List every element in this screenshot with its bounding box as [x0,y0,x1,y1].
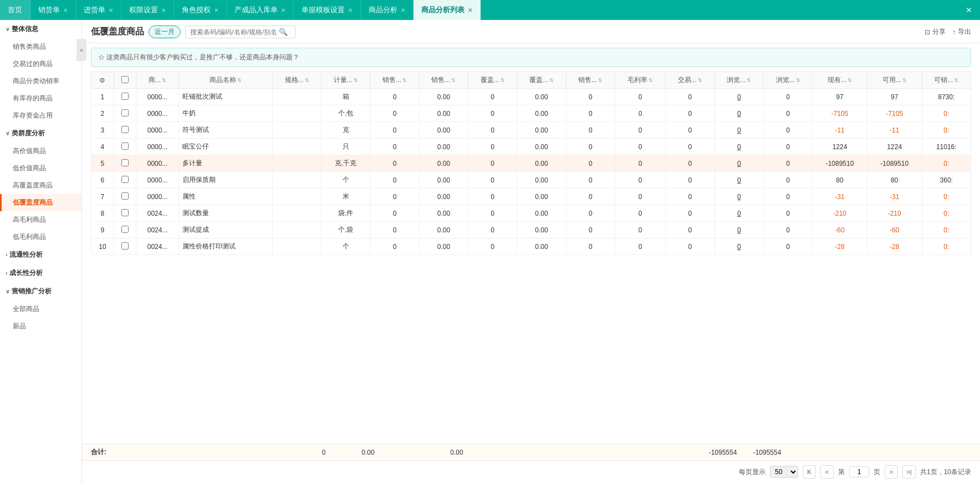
next-page-button[interactable]: > [885,465,898,479]
nav-close-analysis-list[interactable]: ✕ [468,7,472,13]
table-cell[interactable] [114,222,136,238]
table-cell[interactable] [114,238,136,255]
prev-page-button[interactable]: < [820,465,834,479]
sidebar-section-overall[interactable]: ∨ 整体信息 [0,20,81,38]
sidebar-item-low-value[interactable]: 低价值商品 [0,160,81,177]
row-checkbox[interactable] [121,126,129,133]
sidebar-label-low-profit: 低毛利商品 [13,233,46,241]
footer-current: -1095554 [701,449,745,456]
nav-item-analysis-list[interactable]: 商品分析列表 ✕ [414,0,481,20]
table-cell[interactable] [114,189,136,205]
table-cell[interactable] [114,205,136,222]
sidebar-item-low-profit[interactable]: 低毛利商品 [0,228,81,246]
table-cell[interactable] [114,139,136,155]
sidebar-section-flow[interactable]: › 流通性分析 [0,246,81,264]
col-browse1[interactable]: 浏览...⇅ [714,72,763,89]
nav-label-analysis: 商品分析 [369,5,397,15]
nav-item-home[interactable]: 首页 [0,0,30,20]
nav-item-role-auth[interactable]: 角色授权 ✕ [174,0,227,20]
per-page-select[interactable]: 20 50 100 [770,466,798,478]
col-gross[interactable]: 毛利率⇅ [615,72,665,89]
sidebar-section-growth[interactable]: › 成长性分析 [0,264,81,282]
col-sales-qty[interactable]: 销售...⇅ [370,72,419,89]
col-spec[interactable]: 规格...⇅ [272,72,321,89]
row-checkbox[interactable] [121,143,129,150]
nav-close-sales[interactable]: ✕ [63,7,68,13]
col-settings[interactable]: ⚙ [91,72,114,89]
sidebar-item-high-value[interactable]: 高价值商品 [0,143,81,160]
col-unit[interactable]: 计量...⇅ [321,72,370,89]
page-number-input[interactable] [849,466,869,477]
nav-close-product-import[interactable]: ✕ [281,7,285,13]
table-cell: 箱 [321,89,370,105]
table-cell: 0 [566,105,615,122]
nav-close-template[interactable]: ✕ [348,7,353,13]
sidebar-item-goods-turnover[interactable]: 商品分类动销率 [0,73,81,90]
row-checkbox[interactable] [121,209,129,216]
col-sales2[interactable]: 销售...⇅ [566,72,615,89]
export-button[interactable]: ↑ 导出 [952,27,971,37]
sidebar-item-traded-goods[interactable]: 交易过的商品 [0,55,81,73]
nav-item-permissions[interactable]: 权限设置 ✕ [121,0,174,20]
col-cov1[interactable]: 覆盖...⇅ [468,72,517,89]
nav-item-product-import[interactable]: 产成品入库单 ✕ [227,0,294,20]
sidebar-section-marketing[interactable]: ∨ 营销推广分析 [0,282,81,301]
table-cell: 0 [763,155,812,172]
sidebar-section-quality[interactable]: ∨ 类群度分析 [0,124,81,143]
table-cell: 米 [321,189,370,205]
time-filter-button[interactable]: 近一月 [149,26,181,38]
col-sales-amt[interactable]: 销售...⇅ [419,72,468,89]
last-page-button[interactable]: >| [902,465,916,479]
nav-close-role-auth[interactable]: ✕ [214,7,218,13]
nav-item-purchase[interactable]: 进货单 ✕ [76,0,121,20]
sidebar-item-high-profit[interactable]: 高毛利商品 [0,211,81,228]
sidebar-collapse-button[interactable]: « [76,39,86,61]
col-cov2[interactable]: 覆盖...⇅ [517,72,566,89]
table-cell[interactable] [114,172,136,189]
first-page-button[interactable]: K [803,465,816,479]
col-name[interactable]: 商品名称⇅ [179,72,273,89]
nav-item-analysis[interactable]: 商品分析 ✕ [361,0,414,20]
table-cell: 0 [666,89,714,105]
col-current[interactable]: 现有...⇅ [813,72,867,89]
sidebar-item-all-goods[interactable]: 全部商品 [0,301,81,318]
nav-close-all-button[interactable]: ✕ [958,0,980,20]
sidebar-item-inventory-goods[interactable]: 有库存的商品 [0,90,81,107]
table-cell[interactable] [114,122,136,139]
col-browse2[interactable]: 浏览...⇅ [763,72,812,89]
nav-close-analysis[interactable]: ✕ [401,7,405,13]
col-available[interactable]: 可用...⇅ [867,72,922,89]
col-checkbox[interactable] [114,72,136,89]
table-cell[interactable] [114,155,136,172]
nav-close-purchase[interactable]: ✕ [109,7,113,13]
sidebar-item-low-coverage[interactable]: 低覆盖度商品 [0,194,81,211]
sidebar-item-inventory-capital[interactable]: 库存资金占用 [0,107,81,124]
row-checkbox[interactable] [121,226,129,233]
col-sellable[interactable]: 可销...⇅ [922,72,971,89]
select-all-checkbox[interactable] [121,76,129,83]
row-checkbox[interactable] [121,242,129,250]
nav-item-template[interactable]: 单据模板设置 ✕ [294,0,361,20]
table-cell[interactable] [114,89,136,105]
row-checkbox[interactable] [121,109,129,116]
table-cell[interactable] [114,105,136,122]
sidebar-item-high-coverage[interactable]: 高覆盖度商品 [0,177,81,194]
row-checkbox[interactable] [121,176,129,183]
col-code[interactable]: 商...⇅ [136,72,179,89]
table-cell: 97 [813,89,867,105]
row-checkbox[interactable] [121,192,129,200]
nav-item-sales[interactable]: 销货单 ✕ [30,0,76,20]
row-checkbox[interactable] [121,93,129,100]
table-cell: 0 [615,139,665,155]
col-trans[interactable]: 交易...⇅ [666,72,714,89]
info-banner: ☆ 这类商品只有很少客户购买过，是推广不够，还是商品本身问题？ [91,48,971,67]
row-checkbox[interactable] [121,159,129,166]
sidebar-item-sales-goods[interactable]: 销售类商品 [0,38,81,55]
search-input[interactable] [190,28,279,36]
nav-label-permissions: 权限设置 [129,5,158,15]
nav-close-permissions[interactable]: ✕ [161,7,166,13]
table-cell: -60 [813,222,867,238]
share-button[interactable]: ⊡ 分享 [925,27,946,37]
table-cell: 0.00 [517,238,566,255]
sidebar-item-new-goods[interactable]: 新品 [0,318,81,335]
